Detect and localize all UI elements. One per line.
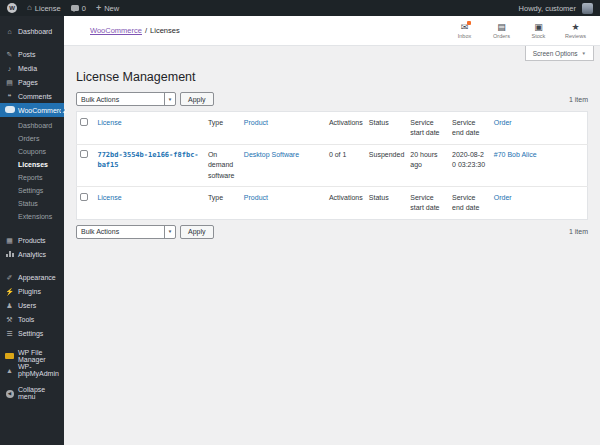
- activations-value: 0 of 1: [329, 151, 347, 158]
- column-product-bottom[interactable]: Product: [244, 194, 268, 201]
- select-caret-icon: ▼: [164, 226, 175, 238]
- item-count-bottom: 1 item: [569, 228, 588, 235]
- column-activations: Activations: [329, 119, 363, 126]
- sidebar-item-label: Tools: [18, 316, 34, 323]
- sidebar-item-tools[interactable]: ⚒ Tools: [0, 312, 64, 326]
- select-all-checkbox-bottom[interactable]: [80, 193, 88, 201]
- sidebar-item-media[interactable]: ♪ Media: [0, 61, 64, 75]
- panel-orders[interactable]: ▤ Orders: [483, 22, 520, 39]
- sidebar-item-label: Dashboard: [18, 28, 52, 35]
- unread-dot: [467, 21, 471, 25]
- column-product[interactable]: Product: [244, 119, 268, 126]
- column-license[interactable]: License: [97, 119, 121, 126]
- column-service-end-bottom: Service end date: [452, 194, 479, 211]
- panel-stock[interactable]: ▣ Stock: [520, 22, 557, 39]
- admin-layout: ⌂ Dashboard ✎ Posts ♪ Media ▤ Pages ❝ Co…: [0, 16, 600, 445]
- folder-icon: [5, 353, 14, 360]
- row-checkbox[interactable]: [80, 150, 88, 158]
- column-service-start: Service start date: [410, 119, 439, 136]
- item-count: 1 item: [569, 96, 588, 103]
- column-status-bottom: Status: [369, 194, 389, 201]
- products-icon: ▦: [5, 237, 14, 244]
- sidebar-item-woocommerce[interactable]: WooCommerce: [0, 103, 64, 117]
- column-type-bottom: Type: [208, 194, 223, 201]
- bulk-actions-select[interactable]: Bulk Actions ▼: [76, 92, 176, 106]
- service-end-value: 2020-08-20 03:23:30: [452, 151, 485, 168]
- screen-options-row: Screen Options ▼: [64, 46, 600, 64]
- site-menu[interactable]: ⌂ License: [27, 4, 61, 13]
- pages-icon: ▤: [5, 79, 14, 86]
- comments-menu[interactable]: 0: [71, 4, 86, 13]
- column-license-bottom[interactable]: License: [97, 194, 121, 201]
- apply-button-bottom[interactable]: Apply: [180, 225, 214, 239]
- table-footer-row: License Type Product Activations Status …: [77, 186, 588, 219]
- sidebar-item-wp-file-manager[interactable]: WP File Manager: [0, 349, 64, 363]
- sidebar-item-plugins[interactable]: ⚡ Plugins: [0, 284, 64, 298]
- phpmyadmin-icon: ▲: [5, 367, 14, 374]
- sidebar-item-collapse-menu[interactable]: ◀ Collapse menu: [0, 386, 64, 400]
- activity-panels: ✉ Inbox ▤ Orders ▣ Stock ★ Reviews: [446, 22, 594, 39]
- order-link[interactable]: #70 Bob Alice: [494, 151, 537, 158]
- chevron-down-icon: ▼: [582, 51, 586, 56]
- sidebar-item-label: Posts: [18, 51, 36, 58]
- panel-reviews[interactable]: ★ Reviews: [557, 22, 594, 39]
- sidebar-item-label: Analytics: [18, 251, 46, 258]
- wordpress-logo-menu[interactable]: W: [7, 3, 17, 13]
- sidebar-item-posts[interactable]: ✎ Posts: [0, 47, 64, 61]
- admin-bar-left: W ⌂ License 0 + New: [7, 3, 119, 13]
- sidebar-item-appearance[interactable]: ✐ Appearance: [0, 270, 64, 284]
- apply-button[interactable]: Apply: [180, 92, 214, 106]
- account-menu[interactable]: Howdy, customer: [519, 3, 593, 14]
- license-type: On demand software: [208, 151, 234, 178]
- column-order-bottom[interactable]: Order: [494, 194, 512, 201]
- submenu-item-reports[interactable]: Reports: [0, 171, 64, 184]
- breadcrumb-woocommerce-link[interactable]: WooCommerce: [90, 26, 142, 35]
- sidebar-item-pages[interactable]: ▤ Pages: [0, 75, 64, 89]
- wordpress-icon: W: [7, 3, 17, 13]
- submenu-item-coupons[interactable]: Coupons: [0, 145, 64, 158]
- dashboard-icon: ⌂: [5, 28, 14, 35]
- new-content-menu[interactable]: + New: [96, 4, 119, 13]
- column-service-end: Service end date: [452, 119, 479, 136]
- sidebar-item-users[interactable]: ♟ Users: [0, 298, 64, 312]
- woocommerce-submenu: Dashboard Orders Coupons Licenses Report…: [0, 117, 64, 228]
- panel-label: Reviews: [565, 33, 586, 39]
- main-content: WooCommerce / Licenses ✉ Inbox ▤ Orders …: [64, 16, 600, 445]
- tools-icon: ⚒: [5, 316, 14, 323]
- panel-label: Stock: [532, 33, 546, 39]
- sidebar-item-products[interactable]: ▦ Products: [0, 233, 64, 247]
- woocommerce-icon: [5, 106, 14, 114]
- submenu-item-orders[interactable]: Orders: [0, 132, 64, 145]
- woocommerce-header-bar: WooCommerce / Licenses ✉ Inbox ▤ Orders …: [64, 16, 600, 46]
- comment-count: 0: [82, 4, 86, 13]
- panel-inbox[interactable]: ✉ Inbox: [446, 22, 483, 39]
- license-key-link[interactable]: 772bd-3554b-1e166-f8fbc-baf15: [97, 151, 198, 169]
- sidebar-item-label: WP File Manager: [18, 349, 59, 363]
- column-activations-bottom: Activations: [329, 194, 363, 201]
- screen-options-button[interactable]: Screen Options ▼: [525, 46, 594, 61]
- sidebar-item-analytics[interactable]: Analytics: [0, 247, 64, 261]
- stock-icon: ▣: [534, 22, 543, 32]
- select-all-checkbox[interactable]: [80, 118, 88, 126]
- sidebar-item-wp-phpmyadmin[interactable]: ▲ WP-phpMyAdmin: [0, 363, 64, 377]
- sidebar-item-label: Settings: [18, 330, 43, 337]
- new-label: New: [104, 4, 119, 13]
- bulk-actions-value: Bulk Actions: [81, 228, 119, 235]
- sidebar-item-settings[interactable]: ☰ Settings: [0, 326, 64, 340]
- submenu-item-status[interactable]: Status: [0, 197, 64, 210]
- sidebar-item-label: Comments: [18, 93, 52, 100]
- submenu-item-licenses[interactable]: Licenses: [0, 158, 64, 171]
- sidebar-item-dashboard[interactable]: ⌂ Dashboard: [0, 24, 64, 38]
- analytics-icon: [5, 251, 14, 257]
- table-header-row: License Type Product Activations Status …: [77, 112, 588, 145]
- sidebar-item-comments[interactable]: ❝ Comments: [0, 89, 64, 103]
- bulk-actions-select-bottom[interactable]: Bulk Actions ▼: [76, 225, 176, 239]
- submenu-item-dashboard[interactable]: Dashboard: [0, 119, 64, 132]
- product-link[interactable]: Desktop Software: [244, 151, 299, 158]
- column-order[interactable]: Order: [494, 119, 512, 126]
- licenses-table: License Type Product Activations Status …: [76, 111, 588, 220]
- sidebar-item-label: Collapse menu: [18, 386, 59, 400]
- licenses-page: License Management Bulk Actions ▼ Apply …: [64, 64, 600, 244]
- submenu-item-extensions[interactable]: Extensions: [0, 210, 64, 223]
- submenu-item-settings[interactable]: Settings: [0, 184, 64, 197]
